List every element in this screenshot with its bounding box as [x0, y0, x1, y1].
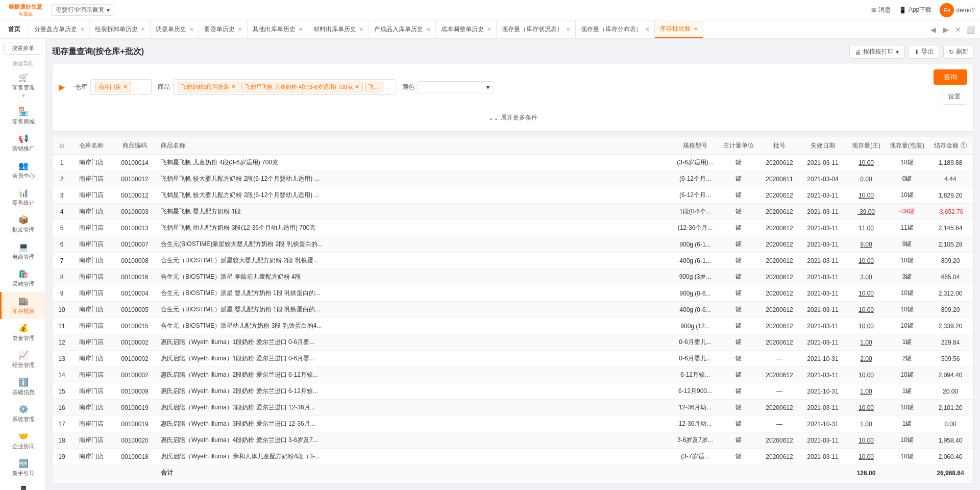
table-body: 1 南岸门店 00100014 飞鹤星飞帆 儿童奶粉 4段(3-6岁适用) 70…: [53, 155, 973, 481]
tab-material-out[interactable]: 材料出库单历史 ✕: [308, 20, 369, 38]
close-icon[interactable]: ✕: [299, 27, 303, 32]
tab-requisition[interactable]: 要货单历史 ✕: [199, 20, 248, 38]
row-qty-main[interactable]: 10.00: [846, 155, 887, 171]
row-warehouse: 南岸门店: [71, 171, 112, 187]
tab-other-out[interactable]: 其他出库单历史 ✕: [248, 20, 308, 38]
message-btn[interactable]: ✉ 消息: [871, 6, 891, 14]
app-download-btn[interactable]: 📱 App下载: [899, 6, 932, 14]
filter-expand-icon[interactable]: ▶: [59, 82, 65, 92]
row-qty-main[interactable]: 10.00: [846, 449, 887, 465]
row-qty-main[interactable]: 9.00: [846, 236, 887, 253]
main-layout: 搜索菜单 快捷导航 🛒 零售管理 ▼ 🏪 零售商城 📢 营销推广 👥 会员中心 …: [0, 39, 980, 490]
close-icon[interactable]: ✕: [359, 27, 363, 32]
color-input[interactable]: ▾: [418, 81, 494, 93]
product-more-dots[interactable]: …: [385, 84, 391, 91]
sidebar-item-guide[interactable]: 🆕 新手引导: [0, 454, 45, 481]
row-qty-main[interactable]: 10.00: [846, 367, 887, 383]
settings-icon[interactable]: ⚙: [59, 142, 65, 150]
sidebar-item-retail-shop[interactable]: 🏪 零售商城: [0, 103, 45, 130]
row-qty-main[interactable]: 10.00: [846, 285, 887, 302]
row-qty-main[interactable]: 2.00: [846, 351, 887, 367]
table-row: 13 南岸门店 00100002 惠氏启陪（Wyeth illuma）1段奶粉 …: [53, 351, 973, 367]
sidebar-item-inventory[interactable]: 🏬 库存核算: [0, 292, 45, 319]
sidebar-item-basic[interactable]: ℹ️ 基础信息: [0, 373, 45, 400]
product-tag1-close[interactable]: ✕: [231, 84, 236, 90]
row-name: 合生元（BIOSTIME）派星 婴儿配方奶粉 1段 乳铁蛋白的...: [158, 285, 672, 302]
close-icon[interactable]: ✕: [426, 27, 430, 32]
row-qty-main[interactable]: 1.00: [846, 334, 887, 351]
expand-btn[interactable]: ⌄⌄ 展开更多条件: [488, 111, 537, 124]
row-qty-pack: 10罐: [887, 449, 927, 465]
sidebar-item-wholesale[interactable]: 📦 批发管理: [0, 211, 45, 238]
sidebar-icon: 📊: [18, 188, 29, 198]
row-qty-main[interactable]: 11.00: [846, 220, 887, 236]
refresh-btn[interactable]: ↻ 刷新: [943, 45, 974, 59]
product-input[interactable]: 飞鹤奶粉3段丙搪装 ✕ 飞鹤星飞帆 儿童奶粉 4段(3-6岁适用) 700克 ✕…: [173, 79, 396, 95]
row-qty-main[interactable]: 3.00: [846, 269, 887, 285]
close-icon[interactable]: ✕: [189, 27, 193, 32]
sidebar-item-purchase[interactable]: 🛍️ 采购管理: [0, 265, 45, 292]
row-qty-main[interactable]: 1.00: [846, 416, 887, 432]
row-qty-main[interactable]: 10.00: [846, 400, 887, 416]
sidebar-item-finance[interactable]: 💰 资金管理: [0, 319, 45, 346]
row-qty-main[interactable]: 10.00: [846, 318, 887, 334]
table-row: 11 南岸门店 00100015 合生元（BIOSTIME）派星幼儿配方奶粉 3…: [53, 318, 973, 334]
tab-product-in[interactable]: 产成品入库单历史 ✕: [369, 20, 436, 38]
settings-btn[interactable]: 设置: [942, 89, 967, 105]
close-icon[interactable]: ✕: [566, 27, 570, 32]
row-qty-main[interactable]: 0.00: [846, 171, 887, 187]
tab-disassemble[interactable]: 组装拆卸单历史 ✕: [90, 20, 151, 38]
warehouse-tag-close[interactable]: ✕: [123, 84, 128, 90]
tab-next-btn[interactable]: ▶: [940, 26, 952, 34]
sidebar-item-app-center[interactable]: 📱 应用中心: [0, 481, 45, 490]
sidebar-item-operations[interactable]: 📈 经营管理: [0, 346, 45, 373]
close-icon[interactable]: ✕: [141, 27, 145, 32]
row-num: 5: [53, 220, 71, 236]
sidebar-item-marketing[interactable]: 📢 营销推广: [0, 130, 45, 157]
sidebar-item-system[interactable]: ⚙️ 系统管理: [0, 400, 45, 427]
tab-cost-adjust[interactable]: 成本调整单历史 ✕: [436, 20, 497, 38]
tab-prev-btn[interactable]: ◀: [927, 26, 939, 34]
row-batch: —: [759, 383, 800, 400]
row-qty-main[interactable]: -39.00: [846, 204, 887, 220]
row-batch: 20200612: [759, 236, 800, 253]
row-batch: 20200612: [759, 269, 800, 285]
tab-close-all-btn[interactable]: ✕: [953, 26, 963, 34]
warehouse-input[interactable]: 南岸门店 ✕ …: [90, 79, 152, 95]
tab-pick[interactable]: 调拨单历史 ✕: [151, 20, 199, 38]
row-qty-main[interactable]: 10.00: [846, 253, 887, 269]
row-qty-main[interactable]: 10.00: [846, 187, 887, 204]
total-label: 合计: [158, 465, 672, 481]
tab-current-status[interactable]: 现存量（库存状况表） ✕: [497, 20, 576, 38]
sidebar-item-member[interactable]: 👥 会员中心: [0, 157, 45, 184]
user-area[interactable]: Ea demo2: [940, 3, 975, 17]
row-qty-main[interactable]: 10.00: [846, 432, 887, 449]
template-print-btn[interactable]: 🖨 按模板打印 ▾: [849, 45, 904, 59]
close-icon[interactable]: ✕: [80, 27, 84, 32]
tab-current-dist[interactable]: 现存量（库存分布表） ✕: [576, 20, 655, 38]
search-menu-btn[interactable]: 搜索菜单: [3, 42, 42, 55]
tab-batch-voucher[interactable]: 库存批次账 ✕: [655, 20, 703, 38]
row-qty-main[interactable]: 1.00: [846, 383, 887, 400]
sidebar-item-enterprise[interactable]: 🤝 企业协同: [0, 427, 45, 454]
close-icon[interactable]: ✕: [694, 26, 698, 32]
col-settings[interactable]: ⚙: [53, 137, 71, 155]
product-tag1-label: 飞鹤奶粉3段丙搪装: [181, 83, 229, 91]
close-icon[interactable]: ✕: [238, 27, 242, 32]
tab-home[interactable]: 首页: [0, 20, 29, 38]
product-tag2-close[interactable]: ✕: [355, 84, 359, 90]
sidebar-item-retail-mgmt[interactable]: 🛒 零售管理 ▼: [0, 68, 45, 103]
more-dots[interactable]: …: [133, 84, 139, 91]
close-icon[interactable]: ✕: [645, 27, 649, 32]
tab-maximize-btn[interactable]: ⬜: [964, 26, 977, 34]
query-btn[interactable]: 查询: [934, 69, 967, 85]
total-empty: [800, 465, 846, 481]
tab-split-inventory[interactable]: 分量盘点单历史 ✕: [29, 20, 90, 38]
close-icon[interactable]: ✕: [487, 27, 491, 32]
sidebar-item-retail-stats[interactable]: 📊 零售统计: [0, 184, 45, 211]
export-btn[interactable]: ⬇ 导出: [909, 45, 939, 59]
industry-select[interactable]: 母婴行业演示账套 ▾: [51, 4, 114, 16]
sidebar-item-ecommerce[interactable]: 💻 电商管理: [0, 238, 45, 265]
row-unit: 罐: [718, 269, 759, 285]
row-qty-main[interactable]: 10.00: [846, 302, 887, 318]
